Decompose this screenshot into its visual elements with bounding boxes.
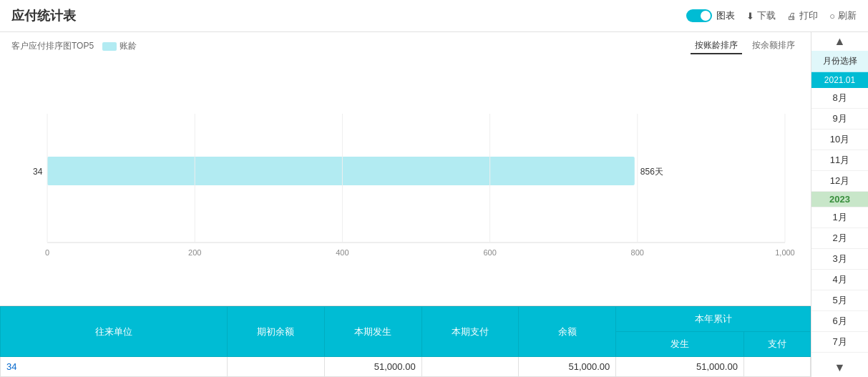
table-row: 34 51,000.00 51,000.00 51,000.00 bbox=[1, 357, 811, 377]
scroll-down-button[interactable]: ▼ bbox=[811, 358, 868, 377]
header-actions: 图表 ⬇ 下载 🖨 打印 ○ 刷新 bbox=[686, 9, 857, 22]
occur-cell: 51,000.00 bbox=[324, 357, 421, 377]
unit-cell: 34 bbox=[1, 357, 228, 377]
month-item-6[interactable]: 6月 bbox=[811, 311, 868, 332]
legend-item-label: 客户应付排序图TOP5 bbox=[11, 40, 94, 52]
svg-text:0: 0 bbox=[45, 248, 49, 257]
svg-text:856天: 856天 bbox=[640, 167, 663, 177]
col-balance-header: 余额 bbox=[519, 307, 616, 357]
svg-rect-1 bbox=[47, 157, 635, 185]
download-button[interactable]: ⬇ 下载 bbox=[746, 9, 776, 22]
legend-color-box bbox=[102, 42, 117, 51]
col-ytd-pay-header: 支付 bbox=[743, 332, 810, 357]
month-item-5[interactable]: 5月 bbox=[811, 290, 868, 311]
month-item-2[interactable]: 2月 bbox=[811, 228, 868, 249]
month-item-4[interactable]: 4月 bbox=[811, 270, 868, 290]
data-table: 往来单位 期初余额 本期发生 本期支付 余额 本年累计 发生 支付 bbox=[0, 306, 811, 377]
svg-text:400: 400 bbox=[336, 248, 348, 257]
bar-chart: 34 856天 0 200 400 600 800 1,000 bbox=[11, 67, 799, 275]
sidebar-current-date: 2021.01 bbox=[811, 72, 868, 88]
print-icon: 🖨 bbox=[787, 11, 796, 21]
svg-text:1,000: 1,000 bbox=[775, 248, 795, 257]
month-item-12[interactable]: 12月 bbox=[811, 171, 868, 192]
month-item-11[interactable]: 11月 bbox=[811, 150, 868, 171]
col-occur-header: 本期发生 bbox=[324, 307, 421, 357]
col-ytd-header: 本年累计 bbox=[616, 307, 811, 332]
svg-text:200: 200 bbox=[188, 248, 201, 257]
month-item-8[interactable]: 8月 bbox=[811, 88, 868, 109]
col-pay-header: 本期支付 bbox=[421, 307, 519, 357]
pay-cell bbox=[421, 357, 519, 377]
month-item-9[interactable]: 9月 bbox=[811, 109, 868, 129]
month-item-7[interactable]: 7月 bbox=[811, 332, 868, 353]
sort-buttons: 按账龄排序 按余额排序 bbox=[691, 38, 799, 54]
chart-section: 客户应付排序图TOP5 账龄 按账龄排序 按余额排序 34 bbox=[0, 32, 811, 377]
month-list: 8月 9月 10月 11月 12月 2023 1月 2月 3月 4月 5月 6月… bbox=[811, 88, 868, 358]
legend-item-color: 账龄 bbox=[102, 40, 137, 52]
sidebar: ▲ 月份选择 2021.01 8月 9月 10月 11月 12月 2023 1月… bbox=[811, 32, 868, 377]
page-header: 应付统计表 图表 ⬇ 下载 🖨 打印 ○ 刷新 bbox=[0, 0, 868, 32]
sidebar-header: 月份选择 bbox=[811, 51, 868, 72]
refresh-icon: ○ bbox=[829, 11, 835, 21]
month-item-1[interactable]: 1月 bbox=[811, 207, 868, 228]
sort-by-age-button[interactable]: 按账龄排序 bbox=[691, 38, 742, 54]
col-ytd-occur-header: 发生 bbox=[616, 332, 744, 357]
unit-link[interactable]: 34 bbox=[6, 361, 16, 372]
ytd-occur-cell: 51,000.00 bbox=[616, 357, 744, 377]
month-item-10[interactable]: 10月 bbox=[811, 129, 868, 150]
col-opening-header: 期初余额 bbox=[227, 307, 324, 357]
sort-by-balance-button[interactable]: 按余额排序 bbox=[748, 38, 799, 54]
chart-toggle-label: 图表 bbox=[716, 9, 735, 22]
svg-text:34: 34 bbox=[33, 167, 43, 177]
print-button[interactable]: 🖨 打印 bbox=[787, 9, 818, 22]
opening-cell bbox=[227, 357, 324, 377]
refresh-button[interactable]: ○ 刷新 bbox=[829, 9, 857, 22]
chart-header: 客户应付排序图TOP5 账龄 按账龄排序 按余额排序 bbox=[0, 32, 811, 60]
col-unit-header: 往来单位 bbox=[1, 307, 228, 357]
year-marker-2023: 2023 bbox=[811, 192, 868, 207]
svg-text:800: 800 bbox=[631, 248, 644, 257]
page-title: 应付统计表 bbox=[11, 7, 76, 24]
chart-legend: 客户应付排序图TOP5 账龄 bbox=[11, 40, 137, 52]
svg-text:600: 600 bbox=[483, 248, 496, 257]
scroll-up-button[interactable]: ▲ bbox=[811, 32, 868, 51]
ytd-pay-cell bbox=[743, 357, 810, 377]
chart-toggle[interactable] bbox=[686, 9, 712, 22]
main-content: 客户应付排序图TOP5 账龄 按账龄排序 按余额排序 34 bbox=[0, 32, 868, 377]
balance-cell: 51,000.00 bbox=[519, 357, 616, 377]
chart-toggle-wrap[interactable]: 图表 bbox=[686, 9, 735, 22]
chart-area: 34 856天 0 200 400 600 800 1,000 bbox=[0, 60, 811, 305]
table-section: 往来单位 期初余额 本期发生 本期支付 余额 本年累计 发生 支付 bbox=[0, 305, 811, 377]
download-icon: ⬇ bbox=[746, 11, 754, 21]
month-item-3[interactable]: 3月 bbox=[811, 249, 868, 270]
